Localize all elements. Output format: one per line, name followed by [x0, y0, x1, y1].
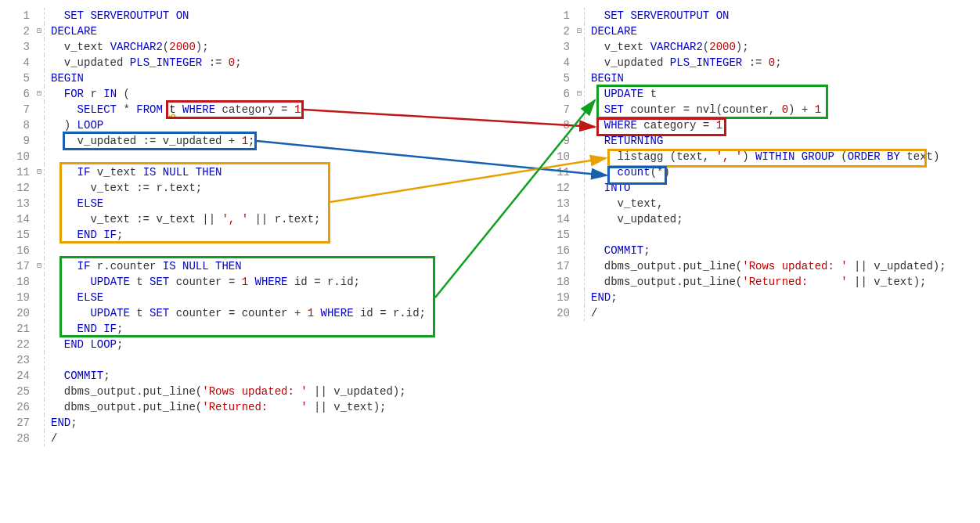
code-text: END LOOP; [51, 337, 123, 352]
gutter-divider [44, 86, 46, 102]
fold-toggle-icon[interactable]: ⊟ [34, 23, 44, 39]
code-text: SET counter = nvl(counter, 0) + 1 [591, 102, 821, 117]
line-number: 9 [548, 133, 575, 149]
code-text: UPDATE t SET counter = 1 WHERE id = r.id… [51, 274, 360, 290]
line-number: 9 [8, 133, 34, 149]
code-line: 12 INTO [548, 180, 971, 196]
line-number: 3 [548, 39, 575, 55]
gutter-divider [44, 337, 46, 352]
code-line: 17⊟ IF r.counter IS NULL THEN [8, 258, 524, 274]
fold-toggle-icon [575, 149, 584, 164]
code-line: 6⊟ UPDATE t [548, 86, 971, 102]
code-text: dbms_output.put_line('Returned: ' || v_t… [591, 274, 926, 290]
fold-toggle-icon[interactable]: ⊟ [34, 86, 44, 102]
line-number: 16 [548, 243, 575, 258]
fold-toggle-icon [575, 227, 584, 243]
fold-toggle-icon [34, 39, 44, 55]
code-text: END; [51, 415, 77, 431]
code-line: 7 SET counter = nvl(counter, 0) + 1 [548, 102, 971, 117]
gutter-divider [584, 86, 586, 102]
gutter-divider [584, 243, 586, 258]
code-line: 8 ) LOOP [8, 117, 524, 133]
code-text: BEGIN [51, 70, 84, 86]
code-line: 11 count(*) [548, 164, 971, 180]
fold-toggle-icon [34, 117, 44, 133]
code-text: dbms_output.put_line('Returned: ' || v_t… [51, 399, 386, 415]
line-number: 23 [8, 352, 34, 368]
fold-toggle-icon [575, 258, 584, 274]
code-line: 9 v_updated := v_updated + 1; [8, 133, 524, 149]
code-text: dbms_output.put_line('Rows updated: ' ||… [51, 384, 406, 399]
code-line: 24 COMMIT; [8, 368, 524, 384]
line-number: 13 [8, 196, 34, 211]
code-text: SET SERVEROUTPUT ON [591, 8, 729, 23]
line-number: 22 [8, 337, 34, 352]
fold-toggle-icon [34, 70, 44, 86]
code-line: 16 [8, 243, 524, 258]
fold-toggle-icon[interactable]: ⊟ [34, 258, 44, 274]
code-text: END IF; [51, 321, 123, 337]
code-line: 15 [548, 227, 971, 243]
fold-toggle-icon [575, 102, 584, 117]
code-text: v_updated; [591, 211, 683, 227]
gutter-divider [44, 133, 46, 149]
code-text: BEGIN [591, 70, 624, 86]
fold-toggle-icon [575, 243, 584, 258]
fold-toggle-icon[interactable]: ⊟ [34, 164, 44, 180]
code-line: 9 RETURNING [548, 133, 971, 149]
fold-toggle-icon [34, 8, 44, 23]
code-text: IF v_text IS NULL THEN [51, 164, 222, 180]
line-number: 20 [548, 305, 575, 321]
code-text: END; [591, 290, 618, 305]
code-line: 14 v_updated; [548, 211, 971, 227]
code-text: SELECT * FROM t WHERE category = 1 [51, 102, 301, 117]
code-line: 11⊟ IF v_text IS NULL THEN [8, 164, 524, 180]
fold-toggle-icon [34, 211, 44, 227]
line-number: 5 [8, 70, 34, 86]
code-line: 10 [8, 149, 524, 164]
line-number: 6 [548, 86, 575, 102]
fold-toggle-icon [34, 352, 44, 368]
line-number: 17 [8, 258, 34, 274]
fold-toggle-icon [34, 274, 44, 290]
code-line: 13 ELSE [8, 196, 524, 211]
gutter-divider [44, 70, 46, 86]
gutter-divider [584, 70, 586, 86]
fold-toggle-icon [34, 55, 44, 70]
fold-toggle-icon[interactable]: ⊟ [575, 86, 584, 102]
gutter-divider [584, 133, 586, 149]
fold-toggle-icon [34, 227, 44, 243]
code-line: 16 COMMIT; [548, 243, 971, 258]
gutter-divider [44, 399, 46, 415]
fold-toggle-icon [575, 70, 584, 86]
code-text: count(*) [591, 164, 670, 180]
gutter-divider [584, 55, 586, 70]
code-line: 19 END; [548, 290, 971, 305]
code-text: COMMIT; [591, 243, 650, 258]
gutter-divider [584, 23, 586, 39]
fold-toggle-icon[interactable]: ⊟ [575, 23, 584, 39]
line-number: 14 [8, 211, 34, 227]
code-editor-right: 1 SET SERVEROUTPUT ON2⊟DECLARE3 v_text V… [548, 8, 971, 321]
code-line: 7 SELECT * FROM t WHERE category = 1 [8, 102, 524, 117]
gutter-divider [44, 290, 46, 305]
code-text: v_updated PLS_INTEGER := 0; [51, 55, 242, 70]
gutter-divider [44, 196, 46, 211]
code-line: 10 listagg (text, ', ') WITHIN GROUP (OR… [548, 149, 971, 164]
gutter-divider [44, 258, 46, 274]
fold-toggle-icon [575, 8, 584, 23]
gutter-divider [584, 196, 586, 211]
line-number: 11 [8, 164, 34, 180]
fold-toggle-icon [575, 164, 584, 180]
line-number: 15 [8, 227, 34, 243]
fold-toggle-icon [575, 117, 584, 133]
code-line: 4 v_updated PLS_INTEGER := 0; [8, 55, 524, 70]
fold-toggle-icon [34, 321, 44, 337]
line-number: 28 [8, 431, 34, 446]
code-text: COMMIT; [51, 368, 110, 384]
gutter-divider [44, 274, 46, 290]
code-line: 20 / [548, 305, 971, 321]
gutter-divider [44, 243, 46, 258]
code-line: 3 v_text VARCHAR2(2000); [548, 39, 971, 55]
line-number: 2 [548, 23, 575, 39]
